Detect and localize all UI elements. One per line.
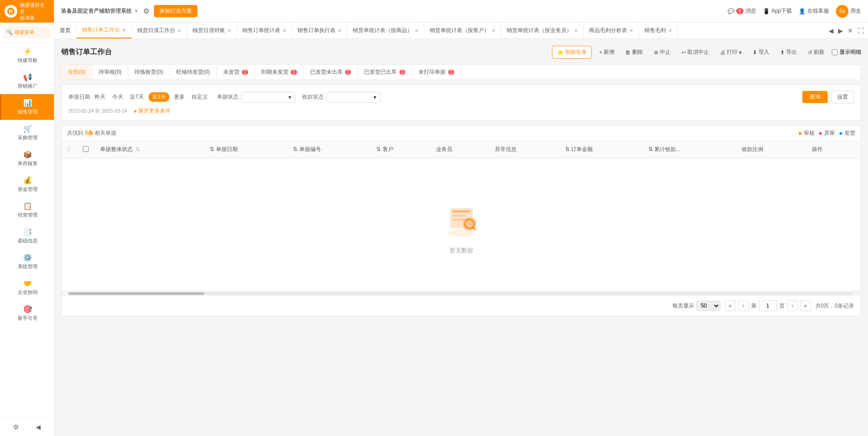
scrollbar-track[interactable] [68,292,854,295]
sub-tab-all[interactable]: 全部(0) [62,65,92,80]
app-download[interactable]: 📱 App下载 [763,7,792,15]
tab-maximize[interactable]: ⛶ [856,26,866,35]
tab-sales-by-product[interactable]: 销货单统计表（按商品） ✕ [347,23,424,38]
industry-solution-button[interactable]: 体验行业方案 [154,5,197,17]
sub-tab-pending-review[interactable]: 待审核(0) [92,65,129,80]
sidebar-item-purchase[interactable]: 🛒 采购管理 [0,120,54,146]
refresh-button[interactable]: ↺ 刷新 [804,46,828,58]
tab-close-all[interactable]: ✕ [846,26,855,35]
smart-create-button[interactable]: ⭐ 智能生单 [552,46,592,59]
sort-amount-icon[interactable]: ⇅ [565,146,570,152]
export-button[interactable]: ⬆ 导出 [777,46,801,58]
tab-sales-stats[interactable]: 销售订单统计表 ✕ [237,23,292,38]
message-center[interactable]: 💬 6 消息 [728,7,756,15]
payment-select[interactable]: ▾ [326,92,380,103]
tab-close-cash-daily[interactable]: ✕ [177,28,181,33]
select-all-checkbox[interactable] [83,146,89,152]
page-first-btn[interactable]: « [725,300,736,311]
sidebar-item-sales[interactable]: 📊 销售管理 [0,94,54,120]
sort-number-icon[interactable]: ⇅ [293,146,297,152]
add-button[interactable]: + 新增 [595,46,618,58]
search-menu-button[interactable]: 🔍 搜索菜单 [4,26,50,38]
page-next-btn[interactable]: › [787,300,798,311]
expand-filter-button[interactable]: ▾ 展开更多条件 [134,107,171,115]
tab-close-sales-order[interactable]: ✕ [122,28,126,33]
print-button[interactable]: 🖨 打印 ▾ [716,46,745,58]
tab-close-sales-margin[interactable]: ✕ [668,28,672,33]
show-detail-checkbox[interactable] [832,49,838,55]
delete-button[interactable]: 🗑 删除 [622,46,647,58]
tab-sales-order-workbench[interactable]: 销售订单工作台 ✕ [77,23,132,38]
import-button[interactable]: ⬇ 导入 [749,46,773,58]
sub-tab-wangpu-ship[interactable]: 旺铺待发货(0) [170,65,217,80]
sidebar-item-operations[interactable]: 📋 经营管理 [0,197,54,223]
tab-close-margin-analysis[interactable]: ✕ [629,28,633,33]
sidebar-item-marketing[interactable]: 📢 营销推广 [0,68,54,94]
sub-tab-overdue-ship[interactable]: 到期未发货 0 [255,65,304,80]
stop-button[interactable]: ⊗ 中止 [650,46,674,58]
page-prev-btn[interactable]: ‹ [738,300,749,311]
tab-close-sales-execution[interactable]: ✕ [338,28,341,33]
tab-sales-by-salesperson[interactable]: 销货单统计表（按业务员） ✕ [501,23,584,38]
tab-sales-by-customer[interactable]: 销货单统计表（按客户） ✕ [424,23,501,38]
sidebar-item-system[interactable]: ⚙️ 系统管理 [0,249,54,275]
sidebar-settings-button[interactable]: ⚙ [11,422,21,431]
page-number-input[interactable] [759,300,777,311]
sidebar-item-inventory[interactable]: 📦 库存核算 [0,146,54,171]
page-last-btn[interactable]: » [800,300,811,311]
tab-close-sales-by-customer[interactable]: ✕ [492,28,495,33]
user-menu[interactable]: Ea 用友 [836,5,861,18]
sub-tab-pending-pick[interactable]: 待拣验货(0) [128,65,170,80]
tab-close-sales-by-product[interactable]: ✕ [415,28,418,33]
sort-cumulative-icon[interactable]: ⇅ [648,146,653,152]
page-size-dropdown[interactable]: 50 10 20 100 [696,301,720,311]
sort-customer-icon[interactable]: ⇅ [376,146,381,152]
review-action-btn[interactable]: 审核 [799,129,815,137]
tab-home[interactable]: 首页 [54,23,77,38]
date-option-custom[interactable]: 自定义 [189,92,210,102]
sub-tab-shipped-not-out[interactable]: 已发货未出库 0 [304,65,358,80]
system-dropdown-arrow: ▼ [134,9,139,14]
tab-close-sales-by-salesperson[interactable]: ✕ [574,28,578,33]
sub-tab-not-shipped[interactable]: 未发货 0 [217,65,255,80]
date-option-1month[interactable]: 近1月 [149,92,170,102]
sub-tab-shipped-out[interactable]: 已发货已出库 0 [358,65,412,80]
online-service[interactable]: 👤 在线客服 [799,7,829,15]
set-button[interactable]: 设置 [831,90,854,104]
shipped-out-badge: 0 [399,70,406,75]
horizontal-scrollbar[interactable] [62,291,861,295]
query-button[interactable]: 查询 [802,91,828,103]
sidebar-collapse-button[interactable]: ◀ [34,422,43,431]
tab-sales-margin[interactable]: 销售毛利 ✕ [639,23,678,38]
tab-close-cash-reconcile[interactable]: ✕ [227,28,231,33]
sub-tab-not-printed[interactable]: 未打印单据 0 [412,65,461,80]
cancel-review-action-btn[interactable]: 弃审 [819,129,835,137]
status-select[interactable]: ▾ [241,92,295,103]
date-option-more[interactable]: 更多 [172,92,187,102]
cancel-stop-button[interactable]: ↩ 取消中止 [678,46,713,58]
tab-scroll-right[interactable]: ▶ [836,26,845,35]
sidebar-item-basic-info[interactable]: 📑 基础信息 [0,223,54,249]
logo-text: 畅捷通好生意 标准版 [20,2,49,21]
show-detail-label[interactable]: 显示明细 [832,48,861,56]
tab-margin-analysis[interactable]: 商品毛利分析表 ✕ [584,23,639,38]
scrollbar-thumb[interactable] [68,292,204,295]
sidebar-item-guide[interactable]: 🎯 新手引导 [0,300,54,326]
date-option-yesterday[interactable]: 昨天 [92,92,108,102]
tab-close-sales-stats[interactable]: ✕ [283,28,286,33]
sort-date-icon[interactable]: ⇅ [210,146,214,152]
date-option-7days[interactable]: 近7天 [128,92,146,102]
sort-overall-status[interactable]: ⇅ [135,146,140,152]
sidebar-item-finance[interactable]: 💰 资金管理 [0,171,54,197]
sidebar-item-quick-nav[interactable]: ⚡ 快捷导航 [0,43,54,68]
collab-icon: 🤝 [23,279,32,288]
tab-cash-reconcile[interactable]: 钱货日清对账 ✕ [187,23,237,38]
ship-action-btn[interactable]: 发货 [839,129,855,137]
tab-sales-execution[interactable]: 销售订单执行表 ✕ [292,23,347,38]
tab-cash-daily-workbench[interactable]: 钱货日清工作台 ✕ [132,23,187,38]
system-name[interactable]: 装备及固定资产辅助管理系统 ▼ [61,7,139,15]
date-option-today[interactable]: 今天 [110,92,125,102]
tab-scroll-left[interactable]: ◀ [827,26,835,35]
settings-icon[interactable]: ⚙ [143,7,149,15]
sidebar-item-collab[interactable]: 🤝 企业协同 [0,275,54,300]
